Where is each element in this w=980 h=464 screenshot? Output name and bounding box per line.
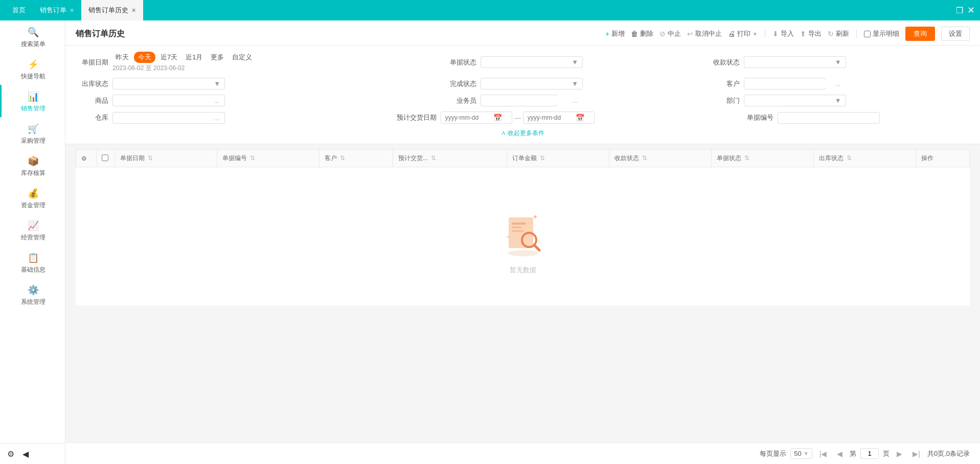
goods-label: 商品 <box>76 96 112 105</box>
empty-image: ✦ ✦ <box>497 208 549 259</box>
next-page-button[interactable]: ▶ <box>894 449 905 459</box>
th-number-sort-icon[interactable]: ⇅ <box>250 154 255 162</box>
empty-text: 暂无数据 <box>510 266 536 275</box>
th-warehouse-status-sort-icon[interactable]: ⇅ <box>847 154 852 162</box>
page-size-value: 50 <box>794 450 801 457</box>
basic-info-icon: 📋 <box>28 252 39 263</box>
show-detail-checkbox[interactable] <box>864 31 871 37</box>
th-amount-sort-icon[interactable]: ⇅ <box>540 154 545 162</box>
search-menu-icon: 🔍 <box>28 27 39 38</box>
sidebar-item-sales-mgmt[interactable]: 📊 销售管理 <box>0 85 65 117</box>
department-select[interactable]: ▼ <box>744 95 846 106</box>
add-button[interactable]: + 新增 <box>605 29 625 38</box>
order-number-input[interactable] <box>782 114 875 122</box>
purchase-mgmt-icon: 🛒 <box>28 123 39 135</box>
payment-status-select[interactable]: ▼ <box>744 56 846 68</box>
date-yesterday[interactable]: 昨天 <box>112 52 132 63</box>
salesperson-ellipsis-icon[interactable]: ... <box>571 97 579 104</box>
tab-home-label: 首页 <box>12 6 26 15</box>
filter-row-1: 单据日期 昨天 今天 近7天 近1月 更多 自定义 2023-06-02 <box>76 52 970 73</box>
data-table: ⚙ 单据日期 ⇅ 单据编号 ⇅ <box>76 149 970 305</box>
sidebar-item-search-menu[interactable]: 🔍 搜索菜单 <box>0 20 65 53</box>
first-page-button[interactable]: |◀ <box>816 449 830 459</box>
th-delivery-sort-icon[interactable]: ⇅ <box>431 154 436 162</box>
th-customer-sort-icon[interactable]: ⇅ <box>340 154 345 162</box>
delete-button[interactable]: 🗑 删除 <box>631 29 653 38</box>
warehouse-input[interactable] <box>117 114 213 122</box>
select-all-checkbox[interactable] <box>102 154 108 161</box>
import-button[interactable]: ⬇ 导入 <box>772 29 794 38</box>
restore-button[interactable]: ❐ <box>956 6 963 15</box>
svg-rect-4 <box>512 230 524 232</box>
th-order-status-sort-icon[interactable]: ⇅ <box>744 154 749 162</box>
sales-mgmt-icon: 📊 <box>28 91 39 102</box>
finance-icon: 💰 <box>28 188 39 199</box>
sidebar-item-system-mgmt[interactable]: ⚙️ 系统管理 <box>0 278 65 311</box>
tab-sales-order-history-close[interactable]: ✕ <box>131 7 136 14</box>
customer-input[interactable] <box>748 80 834 87</box>
toolbar-divider <box>765 30 765 38</box>
prev-page-button[interactable]: ◀ <box>834 449 846 459</box>
print-button[interactable]: 🖨 打印 ▼ <box>728 29 758 38</box>
svg-text:✦: ✦ <box>532 213 538 221</box>
query-button[interactable]: 查询 <box>905 27 935 41</box>
payment-status-label: 收款状态 <box>707 58 744 67</box>
warehouse-status-select[interactable]: ▼ <box>112 78 225 90</box>
date-last1m[interactable]: 近1月 <box>183 52 206 63</box>
sidebar-item-purchase-mgmt[interactable]: 🛒 采购管理 <box>0 117 65 149</box>
sidebar-item-inventory[interactable]: 📦 库存核算 <box>0 149 65 182</box>
date-more[interactable]: 更多 <box>208 52 227 63</box>
warehouse-status-control: ▼ <box>112 78 444 90</box>
tab-home[interactable]: 首页 <box>5 0 33 20</box>
department-label: 部门 <box>707 96 744 105</box>
delivery-date-end-cal-icon[interactable]: 📅 <box>576 114 584 122</box>
export-button[interactable]: ⬆ 导出 <box>800 29 822 38</box>
filter-delivery-date: 预计交货日期 📅 — 📅 <box>397 112 741 124</box>
last-page-button[interactable]: ▶| <box>909 449 923 459</box>
delivery-date-start-cal-icon[interactable]: 📅 <box>493 114 502 122</box>
total-text: 共0页,0条记录 <box>927 449 970 458</box>
goods-ellipsis-icon[interactable]: ... <box>213 97 220 104</box>
salesperson-input[interactable] <box>485 97 571 104</box>
sidebar-item-finance[interactable]: 💰 资金管理 <box>0 182 65 214</box>
order-status-select[interactable]: ▼ <box>481 56 583 68</box>
refresh-button[interactable]: ↻ 刷新 <box>828 29 849 38</box>
tab-sales-order[interactable]: 销售订单 ✕ <box>33 0 81 20</box>
sidebar: 🔍 搜索菜单 ⚡ 快捷导航 📊 销售管理 🛒 采购管理 📦 库存核算 💰 资金管… <box>0 20 65 464</box>
order-status-control: ▼ <box>481 56 706 68</box>
cancel-stop-button[interactable]: ↩ 取消中止 <box>687 29 722 38</box>
complete-status-select[interactable]: ▼ <box>481 78 583 90</box>
sidebar-settings-icon[interactable]: ⚙ <box>7 449 14 459</box>
collapse-button[interactable]: ∧ 收起更多条件 <box>76 129 970 138</box>
th-date-sort-icon[interactable]: ⇅ <box>148 154 153 162</box>
date-custom[interactable]: 自定义 <box>229 52 255 63</box>
page-number-input[interactable] <box>860 448 879 459</box>
table-gear-icon[interactable]: ⚙ <box>81 155 87 162</box>
sidebar-item-basic-info[interactable]: 📋 基础信息 <box>0 246 65 278</box>
th-payment-status-sort-icon[interactable]: ⇅ <box>642 154 647 162</box>
customer-ellipsis-icon[interactable]: ... <box>834 80 842 87</box>
svg-point-0 <box>508 250 538 256</box>
tab-sales-order-close[interactable]: ✕ <box>70 7 74 14</box>
settings-button[interactable]: 设置 <box>941 27 970 41</box>
delivery-date-end-input[interactable] <box>528 114 574 121</box>
warehouse-control: ... <box>112 112 397 124</box>
date-today[interactable]: 今天 <box>134 52 155 63</box>
tab-sales-order-history[interactable]: 销售订单历史 ✕ <box>81 0 143 20</box>
sidebar-item-operations[interactable]: 📈 经营管理 <box>0 214 65 246</box>
date-last7[interactable]: 近7天 <box>157 52 180 63</box>
date-col: 昨天 今天 近7天 近1月 更多 自定义 2023-06-02 至 2023-0… <box>112 52 255 73</box>
th-order-status-label: 单据状态 <box>717 154 741 162</box>
goods-input[interactable] <box>117 97 213 104</box>
delivery-date-start-input[interactable] <box>445 114 491 121</box>
sidebar-item-quick-nav[interactable]: ⚡ 快捷导航 <box>0 53 65 85</box>
warehouse-ellipsis-icon[interactable]: ... <box>213 114 220 122</box>
sidebar-collapse-icon[interactable]: ◀ <box>22 449 29 459</box>
page-size-select[interactable]: 50 ▼ <box>790 448 812 459</box>
window-close-button[interactable]: ✕ <box>967 5 975 16</box>
page-header: 销售订单历史 + 新增 🗑 删除 ⊘ 中止 ↩ 取消中止 <box>65 20 980 46</box>
stop-button[interactable]: ⊘ 中止 <box>659 29 681 38</box>
filter-warehouse: 仓库 ... <box>76 112 397 124</box>
svg-text:✦: ✦ <box>506 234 510 240</box>
delete-icon: 🗑 <box>631 30 638 38</box>
